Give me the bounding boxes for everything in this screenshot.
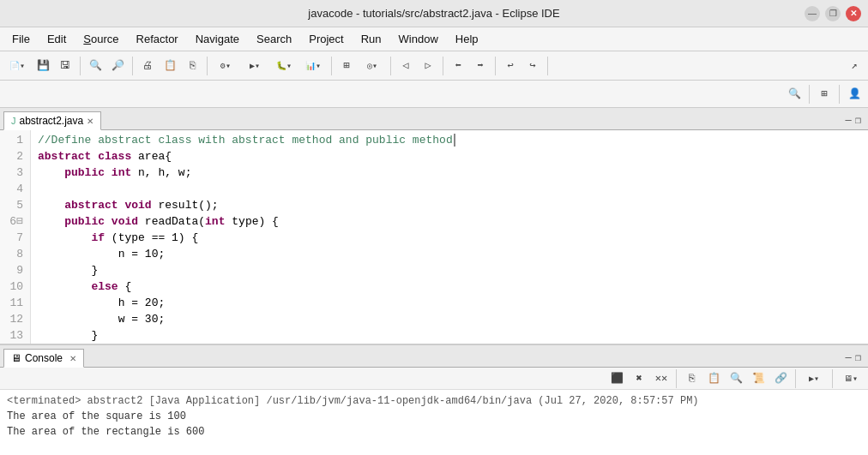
menu-help[interactable]: Help bbox=[447, 31, 487, 47]
code-indent-10 bbox=[38, 278, 91, 295]
console-tab-label: Console bbox=[25, 352, 63, 364]
console-panel: 🖥 Console ✕ — ❐ ⬛ ✖ ✕✕ ⎘ 📋 🔍 📜 🔗 ▶▾ 🖥▾ <… bbox=[0, 344, 868, 455]
separator-5 bbox=[390, 57, 391, 75]
separator-2 bbox=[132, 57, 133, 75]
code-indent-3 bbox=[38, 165, 64, 181]
separator-7 bbox=[495, 57, 496, 75]
code-line-6: public void readData(int type) { bbox=[38, 213, 861, 230]
menu-file[interactable]: File bbox=[3, 31, 39, 47]
console-link[interactable]: 🔗 bbox=[770, 368, 791, 389]
console-filter[interactable]: 🔍 bbox=[726, 368, 746, 389]
coverage-button[interactable]: 📊▾ bbox=[299, 56, 327, 76]
code-comment-1: //Define abstract class with abstract me… bbox=[38, 132, 453, 148]
console-remove[interactable]: ✕✕ bbox=[651, 368, 672, 389]
back-button[interactable]: ⬅ bbox=[448, 56, 468, 76]
external-tools[interactable]: ⚙▾ bbox=[212, 56, 239, 76]
console-paste[interactable]: 📋 bbox=[703, 368, 724, 389]
code-line-11: h = 20; bbox=[38, 295, 861, 311]
tab-close-button[interactable]: ✕ bbox=[87, 117, 93, 126]
kw-abstract-5: abstract bbox=[64, 197, 124, 213]
open-type-button[interactable]: 🔎 bbox=[107, 56, 128, 76]
minimize-editor-icon[interactable]: — bbox=[846, 115, 852, 127]
console-sep-1 bbox=[676, 369, 677, 388]
console-tab[interactable]: 🖥 Console ✕ bbox=[3, 349, 84, 368]
menu-search[interactable]: Search bbox=[248, 31, 300, 47]
tab-abstract2-java[interactable]: J abstract2.java ✕ bbox=[3, 111, 101, 130]
code-line-7: if (type == 1) { bbox=[38, 230, 861, 246]
console-sep-3 bbox=[832, 369, 833, 388]
save-all-button[interactable]: 🖫 bbox=[55, 56, 75, 76]
code-line-3: public int n, h, w; bbox=[38, 165, 861, 181]
code-line-8: n = 10; bbox=[38, 246, 861, 262]
task1[interactable]: ⊞ bbox=[336, 56, 357, 76]
title-bar: javacode - tutorials/src/abstract2.java … bbox=[0, 0, 868, 27]
console-stop[interactable]: ⬛ bbox=[606, 368, 627, 389]
kw-if-7: if bbox=[91, 230, 111, 246]
print-button[interactable]: 🖨 bbox=[137, 56, 158, 76]
forward-button[interactable]: ➡ bbox=[470, 56, 491, 76]
editor-window-controls: — ❐ bbox=[846, 114, 865, 127]
menu-refactor[interactable]: Refactor bbox=[128, 31, 187, 47]
code-indent-6 bbox=[38, 213, 64, 230]
menu-edit[interactable]: Edit bbox=[39, 31, 75, 47]
code-indent-5 bbox=[38, 197, 64, 213]
console-scroll[interactable]: 📜 bbox=[748, 368, 769, 389]
code-plain-5: result(); bbox=[158, 197, 218, 213]
debug-button[interactable]: 🐛▾ bbox=[270, 56, 298, 76]
maximize-console-icon[interactable]: ❐ bbox=[855, 351, 861, 364]
console-terminate[interactable]: ✖ bbox=[629, 368, 649, 389]
code-plain-8: n = 10; bbox=[118, 246, 166, 262]
task2[interactable]: ◎▾ bbox=[359, 56, 386, 76]
maximize-editor-icon[interactable]: ❐ bbox=[855, 114, 861, 127]
line-num-13: 13 bbox=[3, 327, 23, 344]
line-num-10: 10 bbox=[3, 278, 23, 295]
console-monitor-icon: 🖥 bbox=[11, 352, 21, 364]
console-window-controls: — ❐ bbox=[846, 351, 865, 364]
code-plain-13: } bbox=[91, 327, 98, 344]
undo-button[interactable]: ↩ bbox=[500, 56, 521, 76]
properties-button[interactable]: 📋 bbox=[160, 56, 180, 76]
code-line-1: //Define abstract class with abstract me… bbox=[38, 132, 861, 148]
save-button[interactable]: 💾 bbox=[33, 56, 53, 76]
minimize-button[interactable]: — bbox=[805, 6, 820, 21]
menu-navigate[interactable]: Navigate bbox=[187, 31, 248, 47]
console-new-console[interactable]: 🖥▾ bbox=[837, 368, 865, 389]
run-button[interactable]: ▶▾ bbox=[241, 56, 268, 76]
console-toolbar: ⬛ ✖ ✕✕ ⎘ 📋 🔍 📜 🔗 ▶▾ 🖥▾ bbox=[0, 368, 868, 390]
search-icon[interactable]: 🔍 bbox=[784, 84, 805, 105]
code-line-2: abstract class area{ bbox=[38, 148, 861, 165]
code-editor[interactable]: //Define abstract class with abstract me… bbox=[31, 130, 868, 344]
redo-button[interactable]: ↪ bbox=[522, 56, 543, 76]
perspective-button[interactable]: ⊞ bbox=[814, 84, 835, 105]
kw-public-6: public bbox=[64, 213, 112, 230]
console-open-file[interactable]: ▶▾ bbox=[800, 368, 828, 389]
restore-button[interactable]: ❐ bbox=[825, 6, 841, 21]
line-num-7: 7 bbox=[3, 230, 23, 246]
menu-run[interactable]: Run bbox=[353, 31, 390, 47]
menu-window[interactable]: Window bbox=[390, 31, 447, 47]
new-button[interactable]: 📄▾ bbox=[3, 56, 31, 76]
search-button[interactable]: 🔍 bbox=[85, 56, 105, 76]
console-tab-close[interactable]: ✕ bbox=[69, 354, 76, 363]
close-button[interactable]: ✕ bbox=[846, 6, 861, 21]
prev-edit[interactable]: ◁ bbox=[395, 56, 416, 76]
menu-source[interactable]: Source bbox=[75, 31, 127, 47]
line-num-8: 8 bbox=[3, 246, 23, 262]
console-sep-2 bbox=[795, 369, 796, 388]
menu-project[interactable]: Project bbox=[300, 31, 352, 47]
kw-class-2: class bbox=[98, 148, 138, 165]
share-button[interactable]: ↗ bbox=[844, 56, 865, 76]
separator-8 bbox=[547, 57, 548, 75]
editor-tab-bar: J abstract2.java ✕ — ❐ bbox=[0, 108, 868, 130]
next-edit[interactable]: ▷ bbox=[418, 56, 438, 76]
user-button[interactable]: 👤 bbox=[844, 84, 865, 105]
separator-3 bbox=[207, 57, 208, 75]
line-num-6: 6⊟ bbox=[3, 213, 23, 230]
code-plain-11: h = 20; bbox=[118, 295, 166, 311]
console-copy[interactable]: ⎘ bbox=[681, 368, 702, 389]
minimize-console-icon[interactable]: — bbox=[846, 352, 852, 364]
copy-button[interactable]: ⎘ bbox=[182, 56, 202, 76]
line-num-3: 3 bbox=[3, 165, 23, 181]
editor-area: 1 2 3 4 5 6⊟ 7 8 9 10 11 12 13 //Define … bbox=[0, 130, 868, 344]
kw-int-6: int bbox=[205, 213, 232, 230]
